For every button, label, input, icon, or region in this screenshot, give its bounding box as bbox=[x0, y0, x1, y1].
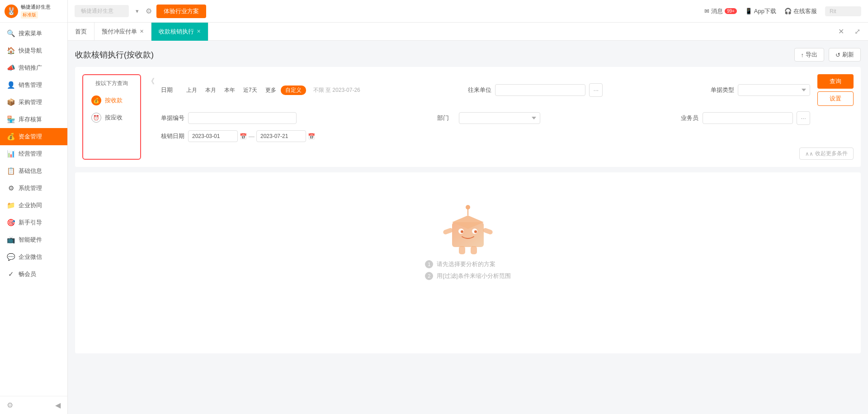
tab-receipt-verify-close-icon[interactable]: ✕ bbox=[197, 29, 201, 34]
verify-date-start-input[interactable] bbox=[188, 130, 238, 142]
sidebar-label-enterprise: 企业协同 bbox=[19, 201, 42, 209]
tab-receipt-verify[interactable]: 收款核销执行 ✕ bbox=[151, 23, 208, 41]
sidebar-collapse-icon[interactable]: ◀ bbox=[55, 401, 61, 409]
sidebar-item-finance[interactable]: 💰 资金管理 bbox=[0, 128, 67, 145]
export-icon: ↑ bbox=[801, 52, 804, 58]
sidebar-settings-icon[interactable]: ⚙ bbox=[7, 401, 13, 409]
tip-num-2: 2 bbox=[425, 272, 433, 280]
verify-date-end-input[interactable] bbox=[256, 130, 306, 142]
tab-close-all-btn[interactable]: ✕ bbox=[835, 25, 847, 38]
empty-tip-2: 用[过滤]条件来缩小分析范围 bbox=[437, 270, 510, 282]
filter-collapse-btn[interactable]: 《 bbox=[146, 74, 156, 160]
tabbar-actions: ✕ ⤢ bbox=[835, 25, 868, 38]
staff-ellipsis-btn[interactable]: ··· bbox=[797, 111, 810, 125]
filter-panel: 按以下方查询 💰 按收款 ⏰ 按应收 《 日期 bbox=[75, 67, 861, 167]
filter-by-receipt[interactable]: 💰 按收款 bbox=[87, 92, 137, 109]
sales-icon: 👤 bbox=[7, 81, 15, 89]
collapse-more-row: ∧∧ 收起更多条件 bbox=[161, 148, 854, 160]
filter-actions-col: 查询 设置 bbox=[817, 74, 854, 106]
chevron-down-icon[interactable]: ▾ bbox=[136, 8, 139, 14]
sidebar-label-guide: 新手引导 bbox=[19, 219, 42, 227]
partner-ellipsis-btn[interactable]: ··· bbox=[589, 83, 603, 97]
app-download-btn[interactable]: 📱 App下载 bbox=[745, 7, 776, 15]
filter-type-sidebar: 按以下方查询 💰 按收款 ⏰ 按应收 bbox=[82, 74, 141, 160]
empty-state: 1 请先选择要分析的方案 2 用[过滤]条件来缩小分析范围 bbox=[75, 172, 861, 309]
filter-date-field: 日期 上月 本月 本年 近7天 更多 自定义 bbox=[161, 85, 306, 95]
by-receipt-label: 按收款 bbox=[105, 96, 123, 105]
empty-tips: 1 请先选择要分析的方案 2 用[过滤]条件来缩小分析范围 bbox=[425, 258, 510, 282]
sidebar-label-marketing: 营销推广 bbox=[19, 64, 42, 72]
tab-prepay-close-icon[interactable]: ✕ bbox=[140, 29, 144, 34]
gear-icon[interactable]: ⚙ bbox=[146, 7, 152, 15]
sidebar-label-system: 系统管理 bbox=[19, 184, 42, 192]
finance-icon: 💰 bbox=[7, 133, 15, 141]
sidebar-item-guide[interactable]: 🎯 新手引导 bbox=[0, 214, 67, 231]
date-no-limit-text: 不限 至 2023-07-26 bbox=[313, 86, 360, 94]
order-type-label: 单据类型 bbox=[711, 86, 734, 94]
svg-rect-6 bbox=[443, 228, 453, 235]
svg-rect-9 bbox=[471, 246, 477, 254]
date-tab-this-year[interactable]: 本年 bbox=[221, 85, 239, 95]
sidebar-item-basic-info[interactable]: 📋 基础信息 bbox=[0, 162, 67, 180]
filter-by-receivable[interactable]: ⏰ 按应收 bbox=[87, 109, 137, 126]
tip-num-1: 1 bbox=[425, 260, 433, 268]
sidebar-label-smart-hw: 智能硬件 bbox=[19, 236, 42, 244]
logo-sub: 标准版 bbox=[21, 11, 38, 19]
refresh-btn[interactable]: ↺ 刷新 bbox=[829, 48, 861, 62]
date-tab-this-month[interactable]: 本月 bbox=[202, 85, 220, 95]
message-icon: ✉ bbox=[704, 8, 709, 14]
online-service-btn[interactable]: 🎧 在线客服 bbox=[784, 7, 817, 15]
sidebar-item-vip[interactable]: ✓ 畅会员 bbox=[0, 266, 67, 283]
sidebar-logo: 🐰 畅捷通好生意 标准版 bbox=[0, 0, 67, 23]
tab-home[interactable]: 首页 bbox=[68, 23, 94, 41]
sidebar-item-purchase[interactable]: 📦 采购管理 bbox=[0, 94, 67, 111]
date-tab-last-month[interactable]: 上月 bbox=[183, 85, 201, 95]
dept-select[interactable] bbox=[459, 112, 540, 124]
sidebar-item-marketing[interactable]: 📣 营销推广 bbox=[0, 59, 67, 76]
sidebar-item-search-menu[interactable]: 🔍 搜索菜单 bbox=[0, 25, 67, 42]
sidebar-label-wechat: 企业微信 bbox=[19, 253, 42, 261]
doc-no-label: 单据编号 bbox=[161, 114, 184, 122]
quick-nav-icon: 🏠 bbox=[7, 47, 15, 55]
svg-rect-8 bbox=[459, 246, 465, 254]
export-btn[interactable]: ↑ 导出 bbox=[794, 48, 825, 62]
filter-dept-field: 部门 bbox=[437, 112, 540, 124]
date-label: 日期 bbox=[161, 86, 179, 94]
sidebar-item-system[interactable]: ⚙ 系统管理 bbox=[0, 180, 67, 197]
logo-icon: 🐰 bbox=[5, 5, 18, 18]
dept-label: 部门 bbox=[437, 114, 455, 122]
sidebar-item-sales[interactable]: 👤 销售管理 bbox=[0, 76, 67, 94]
date-tabs: 上月 本月 本年 近7天 更多 自定义 bbox=[183, 85, 306, 95]
sidebar-item-smart-hw[interactable]: 📺 智能硬件 bbox=[0, 231, 67, 248]
smart-hw-icon: 📺 bbox=[7, 236, 15, 244]
sidebar-item-inventory[interactable]: 🏪 库存核算 bbox=[0, 111, 67, 128]
industry-btn[interactable]: 体验行业方案 bbox=[156, 5, 206, 18]
by-receivable-icon: ⏰ bbox=[91, 113, 101, 123]
date-tab-7days[interactable]: 近7天 bbox=[240, 85, 261, 95]
guide-icon: 🎯 bbox=[7, 219, 15, 227]
operation-icon: 📊 bbox=[7, 150, 15, 158]
doc-no-input[interactable] bbox=[188, 112, 297, 124]
user-avatar[interactable]: Rit bbox=[825, 6, 861, 16]
order-type-select[interactable] bbox=[738, 84, 810, 96]
message-badge: 99+ bbox=[725, 8, 737, 14]
collapse-more-btn[interactable]: ∧∧ 收起更多条件 bbox=[799, 148, 854, 160]
date-tab-custom[interactable]: 自定义 bbox=[281, 86, 306, 95]
tab-expand-btn[interactable]: ⤢ bbox=[851, 25, 863, 38]
message-btn[interactable]: ✉ 消息 99+ bbox=[704, 7, 737, 15]
verify-date-start-calendar-icon[interactable]: 📅 bbox=[240, 133, 247, 140]
sidebar-item-quick-nav[interactable]: 🏠 快捷导航 bbox=[0, 42, 67, 59]
query-btn[interactable]: 查询 bbox=[817, 74, 854, 89]
sidebar: 🐰 畅捷通好生意 标准版 🔍 搜索菜单 🏠 快捷导航 📣 营销推广 👤 销售管理… bbox=[0, 0, 68, 414]
sidebar-item-wechat[interactable]: 💬 企业微信 bbox=[0, 248, 67, 266]
date-tab-more[interactable]: 更多 bbox=[262, 85, 280, 95]
system-icon: ⚙ bbox=[7, 184, 15, 192]
sidebar-item-operation[interactable]: 📊 经营管理 bbox=[0, 145, 67, 162]
verify-date-end-calendar-icon[interactable]: 📅 bbox=[308, 133, 315, 140]
staff-input[interactable] bbox=[703, 112, 793, 124]
partner-input[interactable] bbox=[495, 84, 585, 96]
topbar-brand: 畅捷通好生意 bbox=[75, 5, 129, 17]
sidebar-item-enterprise[interactable]: 📁 企业协同 bbox=[0, 197, 67, 214]
settings-btn[interactable]: 设置 bbox=[817, 91, 854, 106]
tab-prepay[interactable]: 预付冲应付单 ✕ bbox=[94, 23, 151, 41]
